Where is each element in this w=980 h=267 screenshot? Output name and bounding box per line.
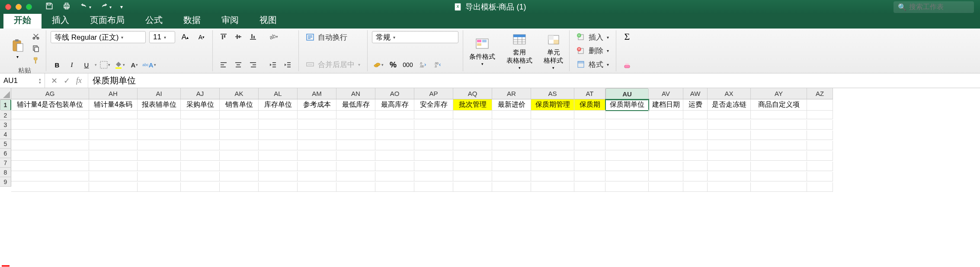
column-header-AL[interactable]: AL [259,88,298,99]
cell-AJ3[interactable] [181,120,220,130]
wrap-text-button[interactable]: 自动换行 [303,31,363,43]
cell-AG9[interactable] [11,182,89,192]
align-middle-button[interactable] [232,31,245,42]
column-header-AX[interactable]: AX [708,88,751,99]
close-window-button[interactable] [5,4,11,10]
cell-AY5[interactable] [751,141,807,150]
cell-AK8[interactable] [220,172,259,181]
italic-button[interactable]: I [65,59,78,70]
cell-AP9[interactable] [414,182,453,192]
cell-AR8[interactable] [492,172,531,181]
increase-font-button[interactable]: A▴ [179,32,192,43]
cell-AI3[interactable] [138,120,181,130]
cell-AU5[interactable] [605,141,649,150]
cell-AK5[interactable] [220,141,259,150]
cell-AG6[interactable] [11,151,89,161]
align-top-button[interactable] [217,31,230,42]
cell-AJ6[interactable] [181,151,220,161]
cell-AM6[interactable] [298,151,336,161]
cell-AW7[interactable] [683,162,708,171]
cell-AO9[interactable] [375,182,414,192]
cell-AN1[interactable]: 最低库存 [336,99,375,111]
cell-AJ9[interactable] [181,182,220,192]
zoom-window-button[interactable] [26,4,32,10]
column-header-AV[interactable]: AV [649,88,683,99]
cell-AG3[interactable] [11,120,89,130]
cell-AP2[interactable] [414,110,453,119]
cell-AS7[interactable] [531,162,574,171]
cell-AR9[interactable] [492,182,531,192]
cell-AV2[interactable] [649,110,683,119]
row-header-4[interactable]: 4 [0,130,11,139]
cell-AY3[interactable] [751,120,807,130]
cell-AX8[interactable] [708,172,751,181]
cell-AV8[interactable] [649,172,683,181]
cell-AK1[interactable]: 销售单位 [220,99,259,111]
cell-AR1[interactable]: 最新进价 [492,99,531,111]
cell-AP4[interactable] [414,130,453,140]
cell-AS6[interactable] [531,151,574,161]
cell-AH5[interactable] [89,141,138,150]
cell-AK3[interactable] [220,120,259,130]
increase-decimal-button[interactable]: .0.00 [416,59,429,70]
percent-button[interactable]: % [387,59,400,70]
cell-AZ3[interactable] [807,120,833,130]
cell-AU9[interactable] [605,182,649,192]
cell-AY1[interactable]: 商品自定义项 [751,99,807,111]
cell-AT1[interactable]: 保质期 [574,99,605,111]
cell-AN9[interactable] [336,182,375,192]
cell-AQ3[interactable] [453,120,492,130]
cell-AH7[interactable] [89,162,138,171]
cell-AN6[interactable] [336,151,375,161]
cell-AP8[interactable] [414,172,453,181]
cell-AS9[interactable] [531,182,574,192]
row-header-3[interactable]: 3 [0,120,11,130]
row-header-7[interactable]: 7 [0,158,11,168]
cell-AM7[interactable] [298,162,336,171]
cell-AU2[interactable] [605,110,649,119]
column-header-AO[interactable]: AO [375,88,414,99]
column-header-AK[interactable]: AK [220,88,259,99]
cell-AZ7[interactable] [807,162,833,171]
copy-button[interactable] [30,43,42,54]
cell-AJ2[interactable] [181,110,220,119]
cell-AN3[interactable] [336,120,375,130]
cell-AU8[interactable] [605,172,649,181]
column-header-AM[interactable]: AM [298,88,336,99]
redo-button[interactable]: ▾ [100,3,112,11]
cell-AI4[interactable] [138,130,181,140]
cell-AQ5[interactable] [453,141,492,150]
cell-AZ8[interactable] [807,172,833,181]
row-header-8[interactable]: 8 [0,168,11,177]
border-button[interactable]: ▾ [99,59,112,70]
phonetic-button[interactable]: abcA▾ [143,59,156,70]
cell-AM2[interactable] [298,110,336,119]
cell-AP6[interactable] [414,151,453,161]
formula-input[interactable] [88,73,980,88]
cell-AJ1[interactable]: 采购单位 [181,99,220,111]
cell-AZ4[interactable] [807,130,833,140]
cell-AI9[interactable] [138,182,181,192]
currency-button[interactable]: ▾ [372,59,385,70]
cell-AX4[interactable] [708,130,751,140]
cell-AG1[interactable]: 辅计量4是否包装单位 [11,99,89,111]
cell-styles-button[interactable]: 单元 格样式▾ [542,31,565,71]
cell-AU6[interactable] [605,151,649,161]
cell-AO7[interactable] [375,162,414,171]
cell-AX7[interactable] [708,162,751,171]
cell-AK4[interactable] [220,130,259,140]
align-left-button[interactable] [217,59,230,70]
cell-AT8[interactable] [574,172,605,181]
cell-AY7[interactable] [751,162,807,171]
cell-AY4[interactable] [751,130,807,140]
cell-AY9[interactable] [751,182,807,192]
cell-AX6[interactable] [708,151,751,161]
column-header-AS[interactable]: AS [531,88,574,99]
comma-button[interactable]: 000 [401,59,414,70]
cell-AZ1[interactable] [807,99,833,111]
cell-AQ2[interactable] [453,110,492,119]
cell-AJ7[interactable] [181,162,220,171]
cell-AV9[interactable] [649,182,683,192]
cell-AM8[interactable] [298,172,336,181]
row-header-6[interactable]: 6 [0,149,11,158]
